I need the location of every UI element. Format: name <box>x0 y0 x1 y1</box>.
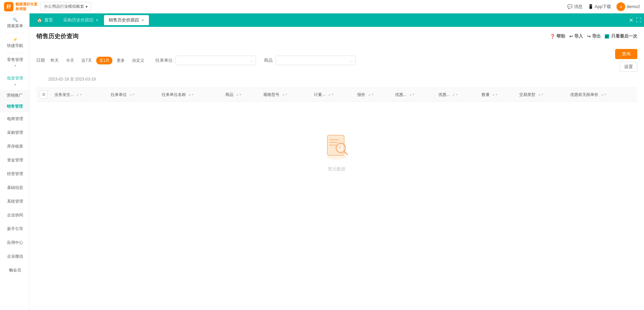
sidebar-item-ecommerce[interactable]: 电商管理 <box>0 112 29 126</box>
product-input-dots[interactable]: ... <box>350 58 353 63</box>
export-action[interactable]: ↪ 导出 <box>587 33 601 39</box>
date-filter-group: 日期 昨天 今天 近7天 近1月 更多 自定义 <box>36 57 147 64</box>
sidebar-item-purchase[interactable]: 采购管理 <box>0 126 29 140</box>
sidebar-item-vip[interactable]: 畅会员 <box>0 263 29 277</box>
sidebar-item-search-menu[interactable]: 🔍 搜索菜单 <box>0 13 29 33</box>
app-container: 好 畅捷通好生意 标准版 办公用品行业模拟账套 ▾ 💬 消息 📱 App下载 <box>0 0 644 310</box>
col-pre-tax[interactable]: 优惠前无税单价 ▲▼ <box>567 88 637 102</box>
setting-button[interactable]: 设置 <box>620 62 637 72</box>
sidebar-item-system[interactable]: 系统管理 <box>0 195 29 208</box>
date-option-1month[interactable]: 近1月 <box>96 57 113 64</box>
help-action[interactable]: ❓ 帮助 <box>550 33 565 39</box>
sort-icons: ▲▼ <box>282 93 288 96</box>
nav-icon: ⚡ <box>13 37 18 42</box>
sort-icons: ▲▼ <box>492 93 498 96</box>
sort-icons: ▲▼ <box>452 93 458 96</box>
sidebar-item-enterprise[interactable]: 企业协同 <box>0 208 29 222</box>
sidebar-item-operation[interactable]: 经营管理 <box>0 167 29 181</box>
sidebar-item-finance[interactable]: 资金管理 <box>0 153 29 167</box>
sort-icons: ▲▼ <box>236 93 242 96</box>
sort-icons: ▲▼ <box>188 93 194 96</box>
sidebar-item-quick-nav[interactable]: ⚡ 快捷导航 <box>0 33 29 53</box>
sidebar-item-app-center[interactable]: 应用中心 <box>0 236 29 250</box>
data-table: ⚙ 业务发生... ▲▼ 往来单位 ▲▼ 往来单位名称 <box>36 88 637 102</box>
partner-filter-group: 往来单位 ... <box>155 56 256 65</box>
partner-input-dots[interactable]: ... <box>250 58 253 63</box>
app-download-nav[interactable]: 📱 App下载 <box>588 4 611 10</box>
help-icon: ❓ <box>550 34 555 39</box>
query-button[interactable]: 查询 <box>615 49 637 59</box>
sidebar-item-basic[interactable]: 基础信息 <box>0 181 29 195</box>
partner-label: 往来单位 <box>155 57 173 63</box>
avatar: d <box>616 2 625 11</box>
filter-bar: 日期 昨天 今天 近7天 近1月 更多 自定义 <box>36 46 637 88</box>
user-menu[interactable]: d demo2 <box>616 2 640 11</box>
col-product[interactable]: 商品 ▲▼ <box>222 88 260 102</box>
svg-rect-3 <box>329 142 337 143</box>
date-label: 日期 <box>36 57 45 63</box>
sidebar: 🔍 搜索菜单 ⚡ 快捷导航 零售管理 ▾ 批发管理 ▴ 营销推广 <box>0 13 30 310</box>
product-input[interactable]: ... <box>275 56 356 65</box>
main-layout: 🔍 搜索菜单 ⚡ 快捷导航 零售管理 ▾ 批发管理 ▴ 营销推广 <box>0 13 644 310</box>
search-icon: 🔍 <box>13 17 18 22</box>
product-filter-group: 商品 ... <box>264 56 356 65</box>
maximize-icon[interactable]: ⛶ <box>636 17 641 23</box>
col-quote[interactable]: 报价 ▲▼ <box>354 88 392 102</box>
date-option-more[interactable]: 更多 <box>114 57 128 64</box>
workspace-selector[interactable]: 办公用品行业模拟账套 ▾ <box>40 2 91 11</box>
sort-icons: ▲▼ <box>129 93 135 96</box>
message-icon: 💬 <box>567 4 573 9</box>
view-last-checkbox[interactable] <box>605 34 609 39</box>
sidebar-sub-group: 营销推广 销售管理 <box>0 90 29 112</box>
empty-text: 暂元数据 <box>328 166 345 172</box>
product-label: 商品 <box>264 57 273 63</box>
tab-purchase-history[interactable]: 采购历史价跟踪 ✕ <box>58 15 103 25</box>
sidebar-item-inventory[interactable]: 库存核算 <box>0 140 29 153</box>
import-action[interactable]: ↩ 导入 <box>569 33 583 39</box>
top-bar-right: 💬 消息 📱 App下载 d demo2 <box>567 2 640 11</box>
date-option-custom[interactable]: 自定义 <box>129 57 147 64</box>
col-partner-name[interactable]: 往来单位名称 ▲▼ <box>158 88 222 102</box>
partner-input[interactable]: ... <box>175 56 256 65</box>
sort-icons: ▲▼ <box>76 93 82 96</box>
table-settings-button[interactable]: ⚙ <box>40 91 48 99</box>
page-content: 销售历史价查询 ❓ 帮助 ↩ 导入 ↪ 导出 <box>30 27 644 310</box>
sort-icons: ▲▼ <box>409 93 415 96</box>
logo-area: 好 畅捷通好生意 标准版 <box>4 2 38 11</box>
date-option-yesterday[interactable]: 昨天 <box>48 57 62 64</box>
sidebar-item-newbie[interactable]: 新手引导 <box>0 222 29 236</box>
filter-right-actions: 查询 设置 <box>615 49 637 72</box>
close-icon[interactable]: ✕ <box>96 18 99 22</box>
sidebar-item-sales[interactable]: 销售管理 <box>0 101 29 112</box>
message-nav[interactable]: 💬 消息 <box>567 4 583 10</box>
col-unit[interactable]: 计量... ▲▼ <box>311 88 354 102</box>
export-icon: ↪ <box>587 34 591 39</box>
sidebar-item-marketing[interactable]: 营销推广 <box>0 90 29 101</box>
sidebar-item-wholesale[interactable]: 批发管理 ▴ <box>0 71 29 90</box>
date-option-today[interactable]: 今天 <box>63 57 77 64</box>
chevron-down-icon: ▾ <box>86 4 88 9</box>
tab-sales-history[interactable]: 销售历史价跟踪 ✕ <box>104 15 149 25</box>
date-option-7days[interactable]: 近7天 <box>78 57 95 64</box>
col-discount1[interactable]: 优惠... ▲▼ <box>392 88 435 102</box>
sidebar-item-retail[interactable]: 零售管理 ▾ <box>0 53 29 71</box>
logo-icon: 好 <box>4 2 13 11</box>
minimize-icon[interactable]: ✕ <box>629 17 633 23</box>
sidebar-item-corp-wechat[interactable]: 企业微信 <box>0 250 29 263</box>
svg-rect-2 <box>329 139 339 140</box>
filter-row: 日期 昨天 今天 近7天 近1月 更多 自定义 <box>36 49 637 72</box>
col-trade-type[interactable]: 交易类型 ▲▼ <box>516 88 567 102</box>
import-icon: ↩ <box>569 34 573 39</box>
top-bar-left: 好 畅捷通好生意 标准版 办公用品行业模拟账套 ▾ <box>4 2 91 11</box>
col-discount2[interactable]: 优惠... ▲▼ <box>435 88 478 102</box>
close-icon[interactable]: ✕ <box>141 18 144 22</box>
chevron-down-icon: ▾ <box>14 64 16 67</box>
col-quantity[interactable]: 数量 ▲▼ <box>478 88 516 102</box>
col-spec[interactable]: 规格型号 ▲▼ <box>260 88 311 102</box>
col-partner-code[interactable]: 往来单位 ▲▼ <box>107 88 158 102</box>
tab-home[interactable]: 🏠 首页 <box>32 15 58 25</box>
date-range-display: 2023-02-18 至 2023-03-18 <box>36 76 96 82</box>
sort-icons: ▲▼ <box>368 93 374 96</box>
svg-line-7 <box>344 151 347 155</box>
col-biz-date[interactable]: 业务发生... ▲▼ <box>51 88 107 102</box>
